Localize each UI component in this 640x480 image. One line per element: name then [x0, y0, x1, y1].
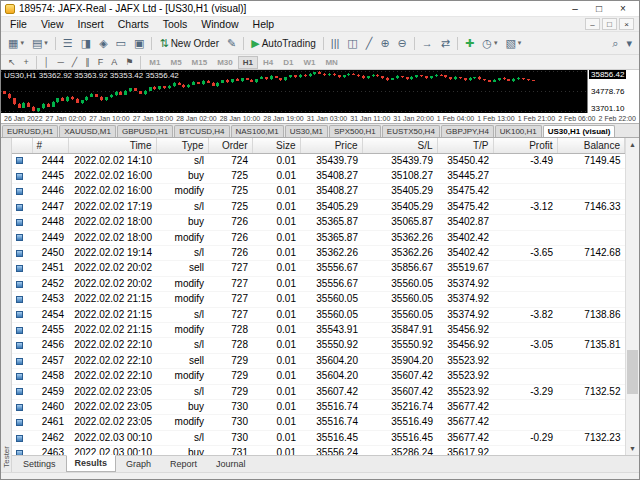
timeframe-m30[interactable]: M30	[212, 56, 238, 69]
result-row[interactable]: 24612022.02.02 23:05modify7300.0135516.7…	[12, 415, 625, 430]
chart-shift-button[interactable]: ⇄	[437, 36, 454, 51]
zoom-out-button[interactable]: ⊖	[394, 36, 411, 51]
col-size[interactable]: Size	[252, 138, 300, 153]
text-label-button[interactable]: A	[107, 56, 121, 69]
menu-window[interactable]: Window	[194, 18, 245, 30]
maximize-button[interactable]: □	[587, 2, 611, 16]
market-watch-button[interactable]: ☰	[59, 36, 77, 51]
timeframe-w1[interactable]: W1	[298, 56, 320, 69]
table-scrollbar[interactable]: ▲ ▼	[625, 138, 639, 455]
result-row[interactable]: 24462022.02.02 16:00modify7250.0135408.2…	[12, 184, 625, 199]
menu-insert[interactable]: Insert	[71, 18, 111, 30]
cursor-button[interactable]: ↖	[4, 56, 20, 69]
timeframe-h1[interactable]: H1	[238, 56, 258, 69]
timeframe-m5[interactable]: M5	[165, 56, 186, 69]
fibonacci-button[interactable]: F	[94, 56, 108, 69]
chart-tab[interactable]: NAS100,M1	[231, 125, 284, 137]
chart-restore-button[interactable]: □	[602, 18, 617, 30]
result-row[interactable]: 24552022.02.02 21:15modify7280.0135543.9…	[12, 322, 625, 337]
menu-view[interactable]: View	[34, 18, 71, 30]
chart-tab[interactable]: BTCUSD,H4	[174, 125, 229, 137]
tester-tab-journal[interactable]: Journal	[207, 456, 255, 472]
chart-tab[interactable]: SPX500,H1	[329, 125, 381, 137]
chart-tab[interactable]: XAUUSD,M1	[59, 125, 116, 137]
result-row[interactable]: 24622022.02.03 00:10s/l7300.0135516.4535…	[12, 430, 625, 445]
timeframe-h4[interactable]: H4	[258, 56, 278, 69]
scrollbar-thumb[interactable]	[627, 350, 638, 394]
result-row[interactable]: 24502022.02.02 19:14s/l7260.0135362.2635…	[12, 245, 625, 260]
search-button[interactable]: ⌕	[608, 36, 622, 51]
result-row[interactable]: 24512022.02.02 20:02sell7270.0135556.673…	[12, 261, 625, 276]
result-row[interactable]: 24482022.02.02 18:00buy7260.0135365.8735…	[12, 215, 625, 230]
strategy-tester-button[interactable]: ▣	[130, 36, 148, 51]
result-row[interactable]: 24572022.02.02 22:10sell7290.0135604.203…	[12, 353, 625, 368]
timeframe-mn[interactable]: MN	[320, 56, 342, 69]
chart-close-button[interactable]: ×	[619, 18, 634, 30]
result-row[interactable]: 24522022.02.02 20:02modify7270.0135556.6…	[12, 276, 625, 291]
result-row[interactable]: 24472022.02.02 17:19s/l7250.0135405.2935…	[12, 199, 625, 214]
result-row[interactable]: 24562022.02.02 22:10s/l7280.0135550.9235…	[12, 338, 625, 353]
col-profit[interactable]: Profit	[493, 138, 557, 153]
close-button[interactable]: ×	[611, 2, 635, 16]
tester-tab-graph[interactable]: Graph	[117, 456, 160, 472]
equidistant-channel-button[interactable]: ∥	[81, 56, 94, 69]
chart-tab[interactable]: EUSTX50,H4	[382, 125, 440, 137]
result-row[interactable]: 24542022.02.02 21:15s/l7270.0135560.0535…	[12, 307, 625, 322]
col-balance[interactable]: Balance	[557, 138, 625, 153]
col-order[interactable]: Order	[208, 138, 252, 153]
col-type[interactable]: Type	[156, 138, 208, 153]
result-row[interactable]: 24452022.02.02 16:00buy7250.0135408.2735…	[12, 168, 625, 183]
arrows-button[interactable]: ⚑	[121, 56, 137, 69]
templates-button[interactable]: ▧▾	[501, 36, 525, 51]
candlestick-chart[interactable]: US30,H1 35362.92 35363.92 35353.42 35356…	[1, 70, 587, 113]
crosshair-button[interactable]: +	[20, 56, 33, 69]
data-window-button[interactable]: ◨	[77, 36, 95, 51]
autotrading-button[interactable]: ▶AutoTrading	[247, 36, 320, 51]
result-row[interactable]: 24602022.02.02 23:05buy7300.0135516.7435…	[12, 400, 625, 415]
result-row[interactable]: 24592022.02.02 23:05s/l7290.0135607.4235…	[12, 384, 625, 399]
tester-tab-report[interactable]: Report	[161, 456, 206, 472]
minimize-button[interactable]: –	[563, 2, 587, 16]
horizontal-line-button[interactable]: ─	[53, 56, 67, 69]
new-order-button[interactable]: ⇅New Order	[155, 36, 223, 51]
tester-tab-results[interactable]: Results	[66, 455, 117, 472]
chart-line-button[interactable]: ╱	[362, 36, 377, 51]
chart-minimize-button[interactable]: –	[585, 18, 600, 30]
zoom-in-button[interactable]: ⊕	[376, 36, 393, 51]
chart-tab[interactable]: UK100,H1	[495, 125, 542, 137]
navigator-button[interactable]: ◈	[95, 36, 111, 51]
chart-candles-button[interactable]: ◫	[343, 36, 361, 51]
chart-bars-button[interactable]: |||	[327, 36, 344, 51]
menu-file[interactable]: File	[3, 18, 34, 30]
terminal-button[interactable]: ▭	[112, 36, 130, 51]
col-sl[interactable]: S/L	[362, 138, 437, 153]
chart-tab[interactable]: US30,H1 (visual)	[543, 125, 616, 137]
menu-tools[interactable]: Tools	[156, 18, 195, 30]
indicators-button[interactable]: ✚	[461, 36, 478, 51]
col-tp[interactable]: T/P	[437, 138, 493, 153]
chart-tab[interactable]: GBPUSD,H1	[117, 125, 173, 137]
scroll-up-icon[interactable]: ▲	[626, 138, 639, 151]
vertical-line-button[interactable]: │	[40, 56, 54, 69]
menu-charts[interactable]: Charts	[111, 18, 156, 30]
periods-button[interactable]: ◷▾	[478, 36, 501, 51]
col-[interactable]: #	[32, 138, 68, 153]
metaeditor-button[interactable]: ✎	[223, 36, 240, 51]
chart-tab[interactable]: US30,M1	[285, 125, 328, 137]
timeframe-d1[interactable]: D1	[278, 56, 298, 69]
timeframe-m1[interactable]: M1	[144, 56, 165, 69]
chart-area[interactable]: US30,H1 35362.92 35363.92 35353.42 35356…	[1, 70, 639, 113]
chart-tab[interactable]: EURUSD,H1	[2, 125, 58, 137]
auto-scroll-button[interactable]: →	[418, 36, 437, 51]
profiles-button[interactable]: ▤▾	[28, 36, 52, 51]
timeframe-m15[interactable]: M15	[187, 56, 213, 69]
result-row[interactable]: 24582022.02.02 22:10modify7290.0135604.2…	[12, 369, 625, 384]
result-row[interactable]: 24632022.02.03 00:10buy7310.0135556.2435…	[12, 446, 625, 455]
toolbar-options-button[interactable]: ▾	[622, 36, 636, 51]
trend-line-button[interactable]: ╱	[68, 56, 81, 69]
col-time[interactable]: Time	[68, 138, 156, 153]
scroll-down-icon[interactable]: ▼	[626, 442, 639, 455]
chart-tab[interactable]: GBPJPY,H4	[441, 125, 494, 137]
menu-help[interactable]: Help	[246, 18, 282, 30]
col-price[interactable]: Price	[300, 138, 362, 153]
